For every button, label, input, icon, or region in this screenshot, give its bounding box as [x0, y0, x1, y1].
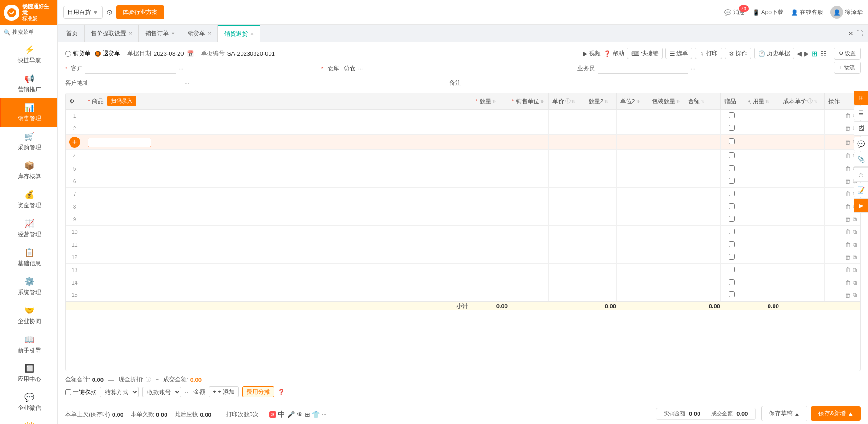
cell-r12-c0[interactable] [84, 251, 472, 264]
cell-r12-c4[interactable] [585, 251, 616, 264]
cell-r14-c1[interactable] [472, 276, 508, 289]
cell-r15-c2[interactable] [508, 289, 548, 302]
cost-cell[interactable] [779, 188, 824, 200]
cell-r8-c1[interactable] [472, 200, 508, 213]
gift-cell[interactable] [720, 162, 743, 175]
cell-r13-c5[interactable] [616, 264, 648, 276]
cell-r13-c6[interactable] [648, 264, 684, 276]
nav-prev-icon[interactable]: ◀ [797, 50, 802, 57]
cell-r4-c5[interactable] [616, 150, 648, 162]
available-cell[interactable] [743, 238, 779, 251]
sidebar-search[interactable]: 🔍 搜索菜单 [0, 25, 57, 40]
cell-r11-c4[interactable] [585, 238, 616, 251]
cell-r7-c7[interactable] [684, 188, 720, 200]
available-cell-active[interactable] [743, 135, 779, 150]
delete-row-icon[interactable]: 🗑 [845, 254, 851, 261]
cell-r13-c4[interactable] [585, 264, 616, 276]
cell-r7-c4[interactable] [585, 188, 616, 200]
cell-r7-c1[interactable] [472, 188, 508, 200]
cell-r8-c5[interactable] [616, 200, 648, 213]
cell-r9-c1[interactable] [472, 213, 508, 226]
price-cell[interactable] [548, 110, 585, 122]
cell-r4-c7[interactable] [684, 150, 720, 162]
module-selector[interactable]: 日用百货 ▼ [63, 6, 103, 19]
cell-r11-c5[interactable] [616, 238, 648, 251]
cell-r5-c2[interactable] [508, 162, 548, 175]
cost-price-info-icon[interactable]: ⓘ [807, 97, 813, 105]
delete-row-icon[interactable]: 🗑 [845, 229, 851, 235]
cost-sort-icon[interactable]: ⇅ [814, 99, 817, 104]
cell-r6-c2[interactable] [508, 175, 548, 188]
cell-r6-c6[interactable] [648, 175, 684, 188]
sidebar-item-enterprise[interactable]: 🤝 企业协同 [0, 301, 57, 330]
cell-r5-c0[interactable] [84, 162, 472, 175]
app-download-btn[interactable]: 📱 App下载 [752, 8, 783, 16]
close-sales-order-icon[interactable]: × [171, 30, 175, 37]
cell-r13-c2[interactable] [508, 264, 548, 276]
cell-r9-c5[interactable] [616, 213, 648, 226]
available-cell[interactable] [743, 289, 779, 302]
available-cell[interactable] [743, 150, 779, 162]
rf-attachment[interactable]: 📎 [854, 152, 868, 167]
delete-row-icon[interactable]: 🗑 [845, 279, 851, 286]
delete-row-icon[interactable]: 🗑 [845, 152, 851, 159]
gift-cell[interactable] [720, 251, 743, 264]
cell-r12-c6[interactable] [648, 251, 684, 264]
cell-r4-c6[interactable] [648, 150, 684, 162]
rf-chat[interactable]: 💬 [854, 137, 868, 151]
price-cell[interactable] [548, 122, 585, 135]
grid-view-icon[interactable]: ⊞ [811, 49, 817, 58]
cell-r11-c6[interactable] [648, 238, 684, 251]
cell-r10-c4[interactable] [585, 226, 616, 238]
table-settings-icon[interactable]: ⚙ [69, 98, 75, 105]
mic-icon[interactable]: 🎤 [287, 411, 295, 418]
cell-r5-c1[interactable] [472, 162, 508, 175]
cost-cell[interactable] [779, 110, 824, 122]
gift-cell[interactable] [720, 175, 743, 188]
cell-r8-c6[interactable] [648, 200, 684, 213]
copy-row-icon[interactable]: ⧉ [853, 216, 857, 223]
cost-cell[interactable] [779, 162, 824, 175]
cost-cell[interactable] [779, 251, 824, 264]
sidebar-item-guide[interactable]: 📖 新手引导 [0, 330, 57, 359]
cell-r4-c2[interactable] [508, 150, 548, 162]
product-cell[interactable] [84, 122, 472, 135]
available-cell[interactable] [743, 175, 779, 188]
action-video[interactable]: ▶ 视频 [583, 49, 601, 57]
available-cell[interactable] [743, 162, 779, 175]
cell-r10-c6[interactable] [648, 226, 684, 238]
discount-info-icon[interactable]: ⓘ [146, 376, 151, 384]
unit-cell-active[interactable] [508, 135, 548, 150]
sidebar-item-wechat[interactable]: 💬 企业微信 [0, 388, 57, 417]
radio-sales[interactable]: 销货单 [65, 49, 90, 57]
cell-r12-c5[interactable] [616, 251, 648, 264]
salesperson-input[interactable] [598, 63, 688, 74]
cell-r15-c7[interactable] [684, 289, 720, 302]
cell-r5-c4[interactable] [585, 162, 616, 175]
available-cell[interactable] [743, 188, 779, 200]
customer-dots-icon[interactable]: ··· [179, 65, 184, 72]
copy-row-icon[interactable]: ⧉ [853, 267, 857, 274]
copy-row-icon[interactable]: ⧉ [853, 241, 857, 248]
copy-row-icon[interactable]: ⧉ [853, 229, 857, 236]
rf-photo[interactable]: 🖼 [854, 121, 868, 136]
radio-return[interactable]: 退货单 [95, 49, 120, 57]
more-icon[interactable]: ··· [321, 411, 327, 418]
cell-r14-c7[interactable] [684, 276, 720, 289]
available-cell[interactable] [743, 226, 779, 238]
cell-r11-c2[interactable] [508, 238, 548, 251]
close-sales-delivery-icon[interactable]: × [208, 30, 211, 37]
online-service-btn[interactable]: 👤 在线客服 [791, 8, 823, 16]
cell-r9-c7[interactable] [684, 213, 720, 226]
scan-btn[interactable]: 扫码录入 [107, 96, 136, 106]
cell-r15-c1[interactable] [472, 289, 508, 302]
available-cell[interactable] [743, 264, 779, 276]
cost-cell[interactable] [779, 150, 824, 162]
close-tab-icon[interactable]: ✕ [848, 30, 854, 37]
delete-row-icon[interactable]: 🗑 [845, 112, 851, 119]
cost-cell[interactable] [779, 122, 824, 135]
gift-cell[interactable] [720, 276, 743, 289]
unit2-sort-icon[interactable]: ⇅ [636, 99, 640, 104]
cell-r9-c2[interactable] [508, 213, 548, 226]
sidebar-item-operation[interactable]: 📈 经营管理 [0, 214, 57, 243]
